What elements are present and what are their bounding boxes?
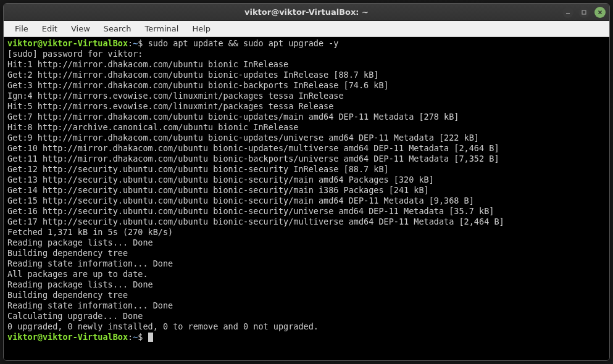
output-line: Calculating upgrade... Done — [7, 311, 606, 321]
menu-help[interactable]: Help — [186, 22, 217, 35]
prompt-user-host: viktor@viktor-VirtualBox — [7, 332, 128, 342]
output-line: Get:2 http://mirror.dhakacom.com/ubuntu … — [7, 70, 606, 80]
svg-rect-1 — [582, 10, 586, 14]
close-icon — [597, 9, 603, 15]
menu-edit[interactable]: Edit — [36, 22, 64, 35]
prompt-line: viktor@viktor-VirtualBox:~$ — [7, 332, 606, 342]
menu-file[interactable]: File — [9, 22, 35, 35]
output-line: Ign:4 http://mirrors.evowise.com/linuxmi… — [7, 91, 606, 101]
prompt-colon: : — [128, 38, 133, 48]
menu-view[interactable]: View — [65, 22, 96, 35]
terminal-window: viktor@viktor-VirtualBox: ~ File Edit Vi… — [3, 3, 610, 361]
command-text: sudo apt update && sudo apt upgrade -y — [148, 38, 339, 48]
output-line: Fetched 1,371 kB in 5s (270 kB/s) — [7, 227, 606, 238]
output-line: All packages are up to date. — [7, 269, 606, 279]
output-line: Hit:5 http://mirrors.evowise.com/linuxmi… — [7, 101, 606, 112]
minimize-icon — [565, 9, 571, 15]
output-line: Reading state information... Done — [7, 300, 606, 311]
window-controls — [562, 7, 606, 18]
output-line: Get:15 http://security.ubuntu.com/ubuntu… — [7, 196, 606, 206]
prompt-colon: : — [128, 332, 133, 342]
close-button[interactable] — [594, 7, 606, 18]
menubar: File Edit View Search Terminal Help — [4, 21, 609, 37]
output-line: Get:7 http://mirror.dhakacom.com/ubuntu … — [7, 112, 606, 122]
window-title: viktor@viktor-VirtualBox: ~ — [244, 7, 369, 17]
output-line: Get:12 http://security.ubuntu.com/ubuntu… — [7, 164, 606, 175]
output-line: Get:10 http://mirror.dhakacom.com/ubuntu… — [7, 143, 606, 154]
output-line: Building dependency tree — [7, 290, 606, 300]
prompt-user-host: viktor@viktor-VirtualBox — [7, 38, 128, 48]
output-line: Get:11 http://mirror.dhakacom.com/ubuntu… — [7, 154, 606, 164]
cursor — [148, 333, 153, 342]
prompt-dollar: $ — [138, 332, 148, 342]
output-line: Hit:1 http://mirror.dhakacom.com/ubuntu … — [7, 59, 606, 70]
minimize-button[interactable] — [562, 7, 573, 18]
titlebar[interactable]: viktor@viktor-VirtualBox: ~ — [4, 4, 609, 21]
output-line: [sudo] password for viktor: — [7, 49, 606, 59]
output-line: Building dependency tree — [7, 248, 606, 259]
menu-search[interactable]: Search — [98, 22, 138, 35]
terminal-body[interactable]: viktor@viktor-VirtualBox:~$ sudo apt upd… — [4, 37, 609, 360]
output-line: Get:17 http://security.ubuntu.com/ubuntu… — [7, 217, 606, 227]
maximize-icon — [581, 9, 587, 15]
menu-terminal[interactable]: Terminal — [138, 22, 185, 35]
output-line: Get:9 http://mirror.dhakacom.com/ubuntu … — [7, 133, 606, 143]
output-line: Get:13 http://security.ubuntu.com/ubuntu… — [7, 175, 606, 185]
output-line: Reading package lists... Done — [7, 279, 606, 290]
output-line: Reading state information... Done — [7, 259, 606, 269]
output-line: Hit:8 http://archive.canonical.com/ubunt… — [7, 122, 606, 133]
output-line: Reading package lists... Done — [7, 238, 606, 248]
output-line: 0 upgraded, 0 newly installed, 0 to remo… — [7, 321, 606, 332]
maximize-button[interactable] — [578, 7, 590, 18]
prompt-dollar: $ — [138, 38, 148, 48]
output-line: Get:3 http://mirror.dhakacom.com/ubuntu … — [7, 80, 606, 91]
output-line: Get:16 http://security.ubuntu.com/ubuntu… — [7, 206, 606, 217]
prompt-line: viktor@viktor-VirtualBox:~$ sudo apt upd… — [7, 38, 606, 49]
output-line: Get:14 http://security.ubuntu.com/ubuntu… — [7, 185, 606, 196]
